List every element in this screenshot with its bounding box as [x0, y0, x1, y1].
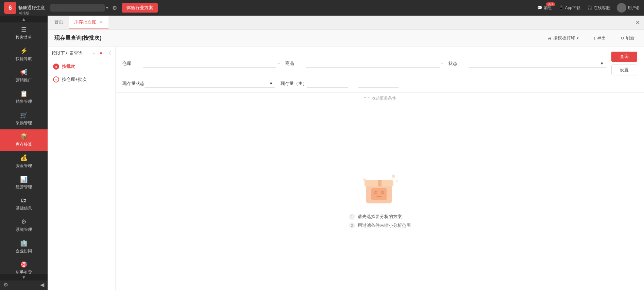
phone-icon: 📱 [559, 5, 564, 10]
product-input[interactable] [306, 59, 439, 68]
sidebar-scroll-down[interactable]: ▼ [0, 274, 48, 280]
sidebar-item-finance[interactable]: 💰 资金管理 [0, 151, 48, 172]
product-filter: 商品 ··· [285, 59, 443, 68]
tab-panel-close-btn[interactable]: ✕ [633, 17, 643, 29]
sidebar-item-marketing[interactable]: 📢 营销推广 [0, 65, 48, 87]
left-panel-actions: + 《 [92, 50, 111, 56]
main-layout: ▲ ☰ 搜索菜单 ⚡ 快捷导航 📢 营销推广 📋 销售管理 🛒 采购管理 📦 库… [0, 16, 644, 290]
collapse-left-panel-icon[interactable]: 《 [106, 50, 111, 56]
sidebar: ▲ ☰ 搜索菜单 ⚡ 快捷导航 📢 营销推广 📋 销售管理 🛒 采购管理 📦 库… [0, 16, 48, 290]
experience-btn[interactable]: 体验行业方案 [122, 3, 158, 13]
add-plan-btn[interactable]: + [92, 50, 96, 56]
divider1: | [586, 36, 587, 41]
sales-icon: 📋 [20, 90, 28, 97]
sidebar-item-purchase[interactable]: 🛒 采购管理 [0, 108, 48, 129]
sidebar-item-enterprise[interactable]: 🏢 企业协同 [0, 236, 48, 257]
empty-tip-1: 1 请先选择要分析的方案 [349, 214, 411, 220]
right-panel: 仓库 ··· 商品 ··· [116, 47, 644, 290]
status-dropdown[interactable]: ▾ [469, 59, 606, 68]
svg-rect-4 [371, 188, 387, 200]
sidebar-item-inventory[interactable]: 📦 库存核算 [0, 129, 48, 151]
empty-state: 1 请先选择要分析的方案 2 用过滤条件来缩小分析范围 [116, 104, 644, 290]
settings-btn[interactable]: 设置 [611, 65, 637, 75]
filter-area: 仓库 ··· 商品 ··· [116, 47, 644, 93]
status-filter: 状态 ▾ [448, 59, 606, 68]
page-title: 现存量查询(按批次) [54, 35, 102, 42]
logo: 6 [4, 2, 16, 14]
svg-point-8 [396, 180, 398, 182]
stock-status-label: 现存量状态 [122, 80, 145, 87]
tab-close-icon[interactable]: ✕ [100, 20, 103, 24]
stock-status-dropdown[interactable]: ▾ [145, 79, 275, 88]
plan-item-by-batch[interactable]: ● 按批次 [48, 60, 115, 73]
warehouse-more-btn[interactable]: ··· [276, 61, 280, 66]
refresh-icon: ↻ [621, 36, 624, 41]
refresh-btn[interactable]: ↻ 刷新 [618, 34, 637, 42]
messages-badge: 99+ [546, 2, 555, 6]
collapse-up-icon: ⌃⌃ [363, 96, 370, 101]
tip-number-2: 2 [349, 222, 355, 229]
online-service-btn[interactable]: 🎧 在线客服 [587, 5, 610, 11]
purchase-icon: 🛒 [20, 111, 28, 119]
plan-inactive-icon: ○ [53, 76, 59, 83]
two-panel: 按以下方案查询 + 《 ● 按批次 [48, 47, 644, 290]
stock-quantity-max-input[interactable] [358, 79, 399, 88]
svg-rect-3 [378, 180, 382, 186]
plan-item-by-warehouse-batch[interactable]: ○ 按仓库+批次 [48, 73, 115, 86]
warehouse-label: 仓库 [122, 60, 143, 67]
stock-quantity-min-input[interactable] [307, 79, 348, 88]
status-dropdown-icon: ▾ [601, 61, 603, 66]
marketing-icon: 📢 [20, 69, 28, 76]
plan-active-icon: ● [53, 64, 59, 70]
messages-btn[interactable]: 💬 消息 99+ [537, 5, 552, 11]
left-panel: 按以下方案查询 + 《 ● 按批次 [48, 47, 116, 290]
plan-settings-btn[interactable] [98, 51, 104, 56]
page-header: 现存量查询(按批次) 🖨 按模板打印 ▾ | ↑ 导出 | ↻ [48, 30, 644, 47]
quantity-separator: — [348, 81, 358, 86]
page-content: 现存量查询(按批次) 🖨 按模板打印 ▾ | ↑ 导出 | ↻ [48, 30, 644, 290]
print-dropdown-icon[interactable]: ▾ [577, 36, 579, 40]
left-panel-header: 按以下方案查询 + 《 [48, 47, 115, 60]
avatar [617, 3, 626, 13]
stock-status-dropdown-icon: ▾ [270, 81, 272, 86]
print-template-btn[interactable]: 🖨 按模板打印 ▾ [545, 34, 581, 42]
app-download-btn[interactable]: 📱 App下载 [559, 5, 580, 11]
divider2: | [613, 36, 614, 41]
inventory-icon: 📦 [20, 133, 28, 140]
edition-label: 标准版 [19, 11, 29, 16]
filter-row-2: 现存量状态 ▾ 现存量（主） — [122, 79, 637, 88]
system-icon: ⚙ [21, 218, 27, 225]
user-avatar[interactable]: 用户名 [617, 3, 640, 13]
product-more-btn[interactable]: ··· [440, 61, 443, 66]
settings-bottom-icon[interactable]: ⚙ [3, 282, 8, 288]
export-icon: ↑ [593, 36, 596, 41]
gear-icon[interactable]: ⚙ [112, 5, 117, 11]
sidebar-item-sales[interactable]: 📋 销售管理 [0, 87, 48, 108]
sidebar-bottom: ⚙ ◀ [0, 279, 48, 290]
newbie-icon: 🎯 [20, 261, 28, 268]
empty-illustration [359, 166, 400, 207]
svg-point-6 [381, 191, 384, 194]
tab-inventory-batch[interactable]: 库存批次账 ✕ [69, 16, 108, 29]
sidebar-item-basic[interactable]: 🗂 基础信息 [0, 194, 48, 215]
collapse-sidebar-icon[interactable]: ◀ [40, 282, 44, 288]
warehouse-input[interactable] [143, 59, 276, 68]
print-icon: 🖨 [547, 36, 552, 41]
export-btn[interactable]: ↑ 导出 [591, 34, 609, 42]
tab-home[interactable]: 首页 [49, 16, 69, 29]
topbar: 6 畅康通好生意 标准版 ▾ ⚙ 体验行业方案 💬 消息 99+ 📱 App下载… [0, 0, 644, 16]
message-icon: 💬 [537, 5, 542, 10]
quick-nav-icon: ⚡ [20, 47, 28, 55]
collapse-bar[interactable]: ⌃⌃ 收起更多条件 [116, 93, 644, 104]
search-dropdown-icon[interactable]: ▾ [106, 5, 108, 10]
page-actions: 🖨 按模板打印 ▾ | ↑ 导出 | ↻ 刷新 [545, 34, 637, 42]
sidebar-item-operations[interactable]: 📊 经营管理 [0, 172, 48, 194]
sidebar-item-quick-nav[interactable]: ⚡ 快捷导航 [0, 44, 48, 65]
search-input[interactable] [50, 4, 105, 12]
finance-icon: 💰 [20, 154, 28, 162]
sidebar-item-system[interactable]: ⚙ 系统管理 [0, 215, 48, 236]
sidebar-scroll-up[interactable]: ▲ [0, 16, 48, 22]
sidebar-item-search-menu[interactable]: ☰ 搜索菜单 [0, 22, 48, 44]
query-btn[interactable]: 查询 [611, 52, 637, 62]
enterprise-icon: 🏢 [20, 239, 28, 247]
